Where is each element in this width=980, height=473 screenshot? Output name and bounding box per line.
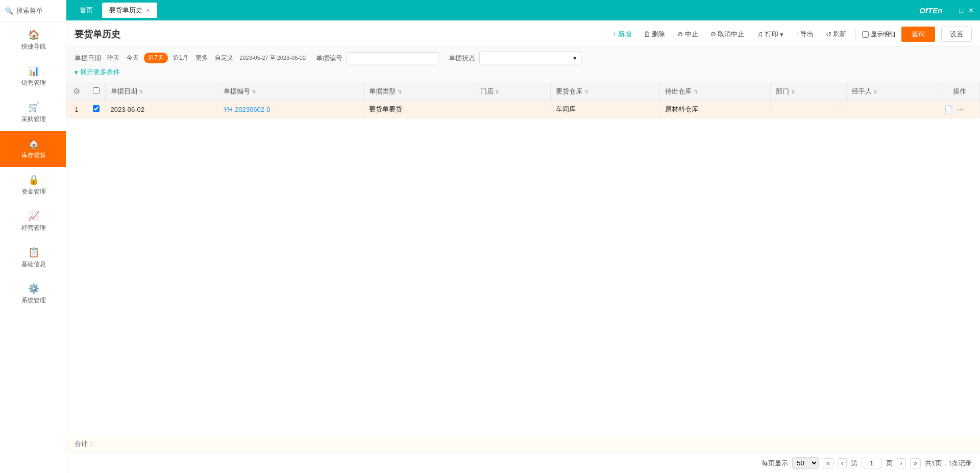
doc-number-input[interactable] bbox=[347, 52, 438, 64]
th-ops: 操作 bbox=[939, 82, 980, 101]
tab-requisition-history[interactable]: 要货单历史 ✕ bbox=[102, 3, 157, 18]
table-footer: 合计： bbox=[66, 435, 980, 453]
th-ops-label: 操作 bbox=[953, 87, 966, 95]
shortcut-yesterday[interactable]: 昨天 bbox=[105, 53, 121, 63]
close-button[interactable]: ✕ bbox=[968, 7, 974, 14]
select-all-checkbox[interactable] bbox=[93, 87, 100, 94]
th-pending-warehouse: 待出仓库 ⇅ bbox=[659, 82, 771, 101]
refresh-button[interactable]: ↺ 刷新 bbox=[823, 28, 849, 41]
row-number[interactable]: YH-20230602-0 bbox=[218, 101, 363, 119]
last-page-button[interactable]: » bbox=[910, 458, 921, 468]
row-store bbox=[475, 101, 550, 119]
date-range-display: 2023-05-27 至 2023-06-02 bbox=[239, 54, 306, 62]
sidebar-search[interactable]: 🔍 搜索菜单 bbox=[0, 0, 66, 22]
row-date: 2023-06-02 bbox=[105, 101, 218, 119]
th-dept: 部门 ⇅ bbox=[771, 82, 846, 101]
add-button[interactable]: + 新增 bbox=[609, 28, 634, 41]
next-page-button[interactable]: › bbox=[897, 458, 906, 468]
tab-close-icon[interactable]: ✕ bbox=[145, 7, 150, 14]
print-button[interactable]: 🖨 打印 ▾ bbox=[754, 28, 787, 41]
page-number-input[interactable] bbox=[862, 458, 882, 468]
status-label: 单据状态 bbox=[449, 54, 475, 63]
sidebar-item-label: 采购管理 bbox=[21, 115, 46, 124]
th-number-sort-icon[interactable]: ⇅ bbox=[252, 89, 256, 94]
content-area: 要货单历史 + 新增 🗑 删除 ⊘ 中止 ⊘ 取消中止 🖨 打印 ▾ ↑ 导出 … bbox=[66, 20, 980, 473]
sidebar-item-label: 快捷导航 bbox=[21, 42, 46, 51]
setting-button[interactable]: 设置 bbox=[941, 27, 972, 42]
pagination-bar: 每页显示 50 20 100 200 « ‹ 第 页 › » 共1页，1条记录 bbox=[66, 453, 980, 473]
th-number-label: 单据编号 bbox=[224, 87, 250, 95]
shortcut-custom[interactable]: 自定义 bbox=[213, 53, 235, 63]
sidebar-item-system[interactable]: ⚙️ 系统管理 bbox=[0, 276, 66, 312]
expand-more-label: 展开更多条件 bbox=[80, 67, 120, 77]
maximize-button[interactable]: □ bbox=[959, 7, 963, 14]
status-select[interactable]: ▾ bbox=[479, 52, 581, 64]
sidebar-item-label: 库存核算 bbox=[21, 151, 46, 160]
sidebar-item-inventory[interactable]: 🏠 库存核算 bbox=[0, 131, 66, 167]
cancel-stop-button[interactable]: ⊘ 取消中止 bbox=[707, 28, 748, 41]
row-req-warehouse: 车间库 bbox=[550, 101, 659, 119]
display-detail-checkbox[interactable] bbox=[862, 31, 869, 38]
table-header-row: ⚙ 单据日期 ⇅ 单据编号 ⇅ bbox=[66, 82, 980, 101]
sidebar-item-purchase[interactable]: 🛒 采购管理 bbox=[0, 94, 66, 131]
row-index: 1 bbox=[66, 101, 87, 119]
row-more-icon[interactable]: ⋯ bbox=[957, 105, 964, 113]
th-store: 门店 ⇅ bbox=[475, 82, 550, 101]
th-type-label: 单据类型 bbox=[369, 87, 396, 95]
page-size-select[interactable]: 50 20 100 200 bbox=[792, 457, 819, 469]
table-row[interactable]: 1 2023-06-02 YH-20230602-0 要货单要货 车间库 原材料… bbox=[66, 101, 980, 119]
th-handler-label: 经手人 bbox=[852, 87, 872, 95]
row-pending-warehouse: 原材料仓库 bbox=[659, 101, 771, 119]
sidebar-item-label: 系统管理 bbox=[21, 296, 46, 305]
stop-button[interactable]: ⊘ 中止 bbox=[674, 28, 701, 41]
tab-home[interactable]: 首页 bbox=[72, 3, 100, 18]
delete-button[interactable]: 🗑 删除 bbox=[641, 28, 669, 41]
sidebar-item-sales[interactable]: 📊 销售管理 bbox=[0, 58, 66, 94]
print-chevron-icon: ▾ bbox=[780, 31, 783, 38]
first-page-button[interactable]: « bbox=[823, 458, 834, 468]
sidebar-item-finance[interactable]: 🔒 资金管理 bbox=[0, 167, 66, 203]
column-settings-icon[interactable]: ⚙ bbox=[73, 87, 80, 96]
th-handler-sort-icon[interactable]: ⇅ bbox=[873, 89, 877, 94]
shortcut-last7[interactable]: 近7天 bbox=[144, 53, 168, 63]
row-type: 要货单要货 bbox=[364, 101, 475, 119]
export-button[interactable]: ↑ 导出 bbox=[793, 28, 817, 41]
row-handler bbox=[846, 101, 939, 119]
row-checkbox[interactable] bbox=[93, 105, 100, 112]
sidebar-item-operation[interactable]: 📈 经营管理 bbox=[0, 203, 66, 240]
th-store-label: 门店 bbox=[480, 87, 494, 95]
sidebar-item-basic[interactable]: 📋 基础信息 bbox=[0, 240, 66, 276]
query-button[interactable]: 查询 bbox=[901, 27, 935, 42]
th-req-warehouse-label: 要货仓库 bbox=[556, 87, 582, 95]
shortcut-more[interactable]: 更多 bbox=[193, 53, 210, 63]
sum-label: 合计： bbox=[75, 440, 94, 447]
minimize-button[interactable]: — bbox=[947, 7, 954, 14]
expand-icon: ▾ bbox=[75, 68, 78, 76]
row-number-link[interactable]: YH-20230602-0 bbox=[224, 106, 271, 113]
shortcut-today[interactable]: 今天 bbox=[125, 53, 141, 63]
th-checkbox[interactable] bbox=[87, 82, 105, 101]
export-icon: ↑ bbox=[796, 31, 799, 38]
th-store-sort-icon[interactable]: ⇅ bbox=[495, 89, 499, 94]
row-edit-icon[interactable]: 📄 bbox=[944, 105, 953, 113]
toolbar-divider bbox=[855, 30, 856, 39]
refresh-icon: ↺ bbox=[826, 31, 831, 38]
sidebar-item-quick-nav[interactable]: 🏠 快捷导航 bbox=[0, 22, 66, 58]
row-checkbox-cell[interactable] bbox=[87, 101, 105, 119]
th-req-warehouse-sort-icon[interactable]: ⇅ bbox=[584, 89, 589, 94]
shortcut-last-month[interactable]: 近1月 bbox=[171, 53, 191, 63]
th-dept-sort-icon[interactable]: ⇅ bbox=[791, 89, 795, 94]
expand-more-btn[interactable]: ▾ 展开更多条件 bbox=[75, 64, 972, 77]
display-detail-toggle[interactable]: 显示明细 bbox=[862, 30, 895, 39]
prev-page-button[interactable]: ‹ bbox=[838, 458, 847, 468]
search-icon: 🔍 bbox=[5, 7, 13, 15]
refresh-label: 刷新 bbox=[833, 30, 846, 39]
toolbar: + 新增 🗑 删除 ⊘ 中止 ⊘ 取消中止 🖨 打印 ▾ ↑ 导出 ↺ 刷新 bbox=[609, 27, 972, 42]
th-settings[interactable]: ⚙ bbox=[66, 82, 87, 101]
display-detail-label: 显示明细 bbox=[871, 30, 895, 39]
th-type-sort-icon[interactable]: ⇅ bbox=[398, 89, 402, 94]
th-date-sort-icon[interactable]: ⇅ bbox=[139, 89, 143, 94]
home-icon: 🏠 bbox=[28, 29, 39, 40]
inventory-icon: 🏠 bbox=[28, 138, 39, 149]
th-pending-warehouse-sort-icon[interactable]: ⇅ bbox=[694, 89, 698, 94]
